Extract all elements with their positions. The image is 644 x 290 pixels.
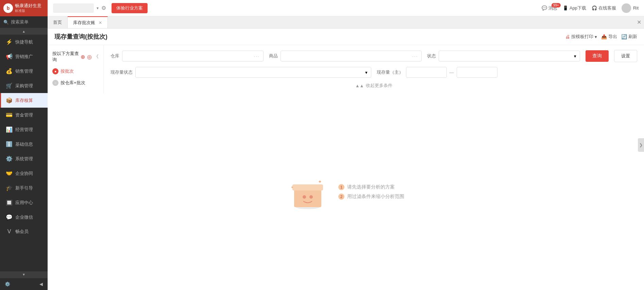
status-dropdown-icon: ▾ (574, 54, 576, 59)
experience-industry-button[interactable]: 体验行业方案 (112, 3, 148, 13)
tab-close-panel-icon[interactable]: ✕ (637, 19, 641, 25)
app-center-icon: 🔲 (6, 199, 13, 206)
app-logo: b (3, 3, 13, 13)
query-button[interactable]: 查询 (586, 50, 609, 62)
export-button[interactable]: 📤 导出 (601, 34, 617, 40)
empty-state: ✦ ✦ 1 请先选择要分析的方案 2 用过滤条件来缩小分析范围 (48, 93, 644, 290)
topbar: ▾ ⚙ 体验行业方案 💬 消息 99+ 📱 App下载 🎧 在线客服 Rit (48, 0, 644, 16)
sidebar-item-wechat[interactable]: 💬 企业微信 (0, 210, 48, 224)
warehouse-label: 仓库 (111, 53, 119, 59)
sidebar-item-member[interactable]: V 畅会员 (0, 224, 48, 239)
sidebar-item-sales[interactable]: 💰 销售管理 (0, 64, 48, 78)
hint-num-1: 1 (338, 184, 344, 190)
sidebar-item-operations[interactable]: 📊 经营管理 (0, 122, 48, 137)
svg-rect-2 (292, 184, 323, 191)
status-filter: 状态 ▾ (427, 51, 580, 61)
collapse-sidebar-icon[interactable]: 《 (94, 54, 99, 60)
beginner-icon: 🎓 (6, 185, 13, 191)
filter-sidebar: 按以下方案查询 ⊕ ◎ 《 ● 按批次 ○ 按仓库+批次 (48, 45, 104, 93)
message-icon: 💬 (542, 5, 547, 11)
avatar (622, 3, 631, 13)
hint-item-1: 1 请先选择要分析的方案 (338, 184, 404, 190)
hint-text-2: 用过滤条件来缩小分析范围 (347, 194, 404, 200)
hint-item-2: 2 用过滤条件来缩小分析范围 (338, 194, 404, 200)
settings-button[interactable]: 设置 (614, 50, 637, 62)
sidebar-item-inventory[interactable]: 📦 库存核算 (0, 93, 48, 108)
member-icon: V (6, 229, 13, 235)
page-header: 现存量查询(按批次) 🖨 按模板打印 ▾ 📤 导出 🔄 刷新 (48, 29, 644, 45)
sidebar-item-finance[interactable]: 💳 资金管理 (0, 108, 48, 122)
sidebar-item-system[interactable]: ⚙️ 系统管理 (0, 151, 48, 166)
collapse-button[interactable]: ▲▲ 收起更多条件 (111, 83, 637, 89)
sidebar-item-basic-info[interactable]: ℹ️ 基础信息 (0, 137, 48, 151)
sales-icon: 💰 (6, 68, 13, 74)
quick-nav-icon: ⚡ (6, 39, 13, 45)
sidebar-item-marketing[interactable]: 📢 营销推广 (0, 49, 48, 64)
inventory-icon: 📦 (6, 97, 13, 104)
svg-text:✦: ✦ (318, 179, 322, 184)
add-plan-icon[interactable]: ⊕ (81, 54, 85, 60)
plan-by-warehouse-batch[interactable]: ○ 按仓库+批次 (48, 77, 103, 89)
svg-text:✦: ✦ (291, 185, 293, 189)
topbar-right: 💬 消息 99+ 📱 App下载 🎧 在线客服 Rit (542, 3, 639, 13)
download-icon: 📱 (563, 5, 568, 11)
inventory-qty-from[interactable] (406, 67, 447, 78)
inventory-qty-filter: 现存量（主） — (377, 67, 638, 78)
sidebar-item-quick-nav[interactable]: ⚡ 快捷导航 (0, 35, 48, 49)
sidebar-item-enterprise[interactable]: 🤝 企业协同 (0, 166, 48, 181)
marketing-icon: 📢 (6, 53, 13, 60)
tab-close-icon[interactable]: ✕ (99, 20, 102, 25)
product-input[interactable]: ··· (281, 51, 422, 61)
refresh-button[interactable]: 🔄 刷新 (621, 34, 637, 40)
main-area: ▾ ⚙ 体验行业方案 💬 消息 99+ 📱 App下载 🎧 在线客服 Rit (48, 0, 644, 290)
plan-settings-icon[interactable]: ◎ (87, 54, 92, 60)
dropdown-arrow-icon[interactable]: ▾ (97, 6, 99, 11)
scroll-up-button[interactable]: ▲ (0, 28, 48, 35)
page-actions: 🖨 按模板打印 ▾ 📤 导出 🔄 刷新 (565, 34, 637, 40)
app-version: 标准版 (15, 8, 41, 13)
print-template-button[interactable]: 🖨 按模板打印 ▾ (565, 34, 597, 40)
app-name: 畅康通好生意 (15, 3, 41, 9)
message-badge: 99+ (552, 3, 561, 7)
tab-home[interactable]: 首页 (48, 16, 68, 28)
wechat-icon: 💬 (6, 214, 13, 220)
message-button[interactable]: 💬 消息 99+ (542, 5, 557, 11)
status-select[interactable]: ▾ (439, 51, 580, 61)
hint-text-1: 请先选择要分析的方案 (347, 184, 395, 190)
sidebar-header: b 畅康通好生意 标准版 (0, 0, 48, 16)
empty-hints: 1 请先选择要分析的方案 2 用过滤条件来缩小分析范围 (338, 184, 404, 200)
sidebar-item-purchase[interactable]: 🛒 采购管理 (0, 78, 48, 93)
basic-info-icon: ℹ️ (6, 141, 13, 147)
qty-dash: — (450, 70, 454, 75)
service-icon: 🎧 (592, 5, 597, 11)
svg-point-3 (303, 195, 306, 199)
online-service-button[interactable]: 🎧 在线客服 (592, 5, 616, 11)
sidebar-item-app-center[interactable]: 🔲 应用中心 (0, 195, 48, 210)
system-icon: ⚙️ (6, 156, 13, 162)
tab-inventory-batch[interactable]: 库存批次账 ✕ (68, 16, 108, 28)
content-area: 现存量查询(按批次) 🖨 按模板打印 ▾ 📤 导出 🔄 刷新 (48, 29, 644, 290)
filter-area: 按以下方案查询 ⊕ ◎ 《 ● 按批次 ○ 按仓库+批次 (48, 45, 644, 93)
warehouse-input[interactable]: ··· (122, 51, 264, 61)
settings-icon[interactable]: ⚙ (101, 5, 106, 11)
filter-row-2: 现存量状态 ▾ 现存量（主） — (111, 67, 637, 78)
sidebar-item-beginner[interactable]: 🎓 新手引导 (0, 181, 48, 195)
inventory-qty-to[interactable] (457, 67, 497, 78)
inventory-status-select[interactable]: ▾ (135, 67, 371, 78)
empty-illustration: ✦ ✦ (287, 171, 328, 212)
filter-row-1: 仓库 ··· 商品 ··· (111, 50, 637, 62)
scroll-down-button[interactable]: ▼ (0, 271, 48, 278)
inventory-status-dropdown-icon: ▾ (365, 70, 368, 75)
plan-by-batch[interactable]: ● 按批次 (48, 66, 103, 77)
app-download-button[interactable]: 📱 App下载 (563, 5, 586, 11)
empty-svg: ✦ ✦ (287, 171, 328, 212)
footer-settings-icon[interactable]: ⚙️ (5, 282, 10, 287)
enterprise-icon: 🤝 (6, 170, 13, 177)
plan-batch-icon: ● (52, 68, 58, 74)
footer-collapse-icon[interactable]: ◀ (39, 282, 43, 287)
right-panel-toggle[interactable]: ❯ (638, 138, 644, 152)
tabbar: 首页 库存批次账 ✕ ✕ (48, 16, 644, 29)
warehouse-dots-icon: ··· (254, 54, 260, 59)
user-menu[interactable]: Rit (622, 3, 639, 13)
search-menu-item[interactable]: 🔍 搜索菜单 (0, 16, 48, 28)
